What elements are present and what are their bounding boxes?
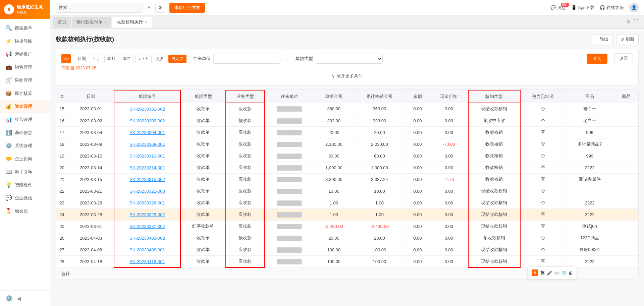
topbar-gear-button[interactable]: ⚙ [155, 3, 165, 13]
cell-goods2 [614, 185, 638, 197]
voucher-link[interactable]: SK-20230321-003 [129, 189, 165, 194]
table-row[interactable]: 26 2023-04-03 SK-20230403-002 收款单 预收款 ██… [56, 232, 638, 244]
table-row[interactable]: 15 2023-03-01 SK-20230301-002 收款单 应收款 ██… [56, 103, 638, 115]
filter-settings-button[interactable]: 设置 [614, 53, 633, 64]
sidebar-item-基础信息[interactable]: ℹ️基础信息 [0, 126, 50, 139]
topbar-solution-button[interactable]: 体验行业方案 [169, 3, 205, 13]
cell-verified: 否 [520, 209, 565, 221]
tab-maximize-button[interactable]: ⛶ [633, 19, 639, 25]
sidebar-item-资金管理[interactable]: 💰资金管理 [0, 100, 50, 113]
floating-shirt-icon[interactable]: 👕 [561, 270, 567, 276]
date-btn-custom[interactable]: 自定义 [168, 55, 186, 63]
table-scroll[interactable]: ⚙ 日期 单据编号 单据类型 业务类型 往来单位 单据金额 累计核销金额 余额 … [56, 90, 638, 268]
date-btn-more[interactable]: 更多 [153, 55, 167, 63]
query-button[interactable]: 查询 [587, 54, 607, 64]
tab-collection-verify[interactable]: 收款核销执行 × [112, 17, 152, 27]
cell-cum-amount: 2,030.00 [354, 138, 405, 150]
cell-partner: ████████ [264, 185, 314, 197]
table-row[interactable]: 18 2023-03-08 SK-20230308-001 收款单 应收款 ██… [56, 138, 638, 150]
cell-balance: 0.00 [405, 115, 430, 127]
table-row[interactable]: 25 2023-03-31 SK-20230331-002 红字收款单 应收款 … [56, 221, 638, 232]
sidebar-item-新手引导[interactable]: 📖新手引导 [0, 165, 50, 178]
cell-voucher-type: 收款单 [180, 138, 226, 150]
cell-goods: 测试多属件 [566, 174, 614, 185]
refresh-button[interactable]: ↺ 刷新 [616, 34, 639, 44]
voucher-link[interactable]: SK-20230302-002 [129, 118, 165, 123]
filter-partner-input[interactable] [213, 54, 280, 64]
cell-voucher-no: SK-20230304-001 [114, 127, 180, 138]
table-row[interactable]: 22 2023-03-21 SK-20230321-003 收款单 应收款 ██… [56, 185, 638, 197]
filter-voucher-type-select[interactable] [316, 54, 383, 64]
cell-verify-type: 现结收款核销 [468, 209, 520, 221]
voucher-link[interactable]: SK-20230308-001 [129, 142, 165, 147]
cell-no: 28 [56, 256, 68, 268]
floating-mic-icon[interactable]: 🎤 [547, 270, 552, 276]
table-row[interactable]: 19 2023-03-10 SK-20230310-001 收款单 应收款 ██… [56, 150, 638, 162]
sidebar-item-采购管理[interactable]: 🛒采购管理 [0, 74, 50, 87]
tab-prepayment[interactable]: 预付款应付单 × [72, 17, 111, 27]
filter-toggle-button[interactable]: >> [61, 54, 71, 63]
table-row[interactable]: 21 2023-03-15 SK-20230315-002 收款单 应收款 ██… [56, 174, 638, 185]
table-row[interactable]: 17 2023-03-04 SK-20230304-001 收款单 应收款 ██… [56, 127, 638, 138]
voucher-link[interactable]: SK-20230328-002 [129, 212, 165, 217]
voucher-link[interactable]: SK-20230418-001 [129, 259, 165, 264]
collapse-icon[interactable]: ◀ [17, 295, 21, 302]
floating-brand-widget[interactable]: S 英 🎤 ⌨️ 👕 ⊞ [527, 266, 577, 279]
date-btn-this-month[interactable]: 本月 [104, 55, 118, 63]
table-row[interactable]: 23 2023-03-28 SK-20230328-001 收款单 应收款 ██… [56, 197, 638, 209]
topbar-online-service-button[interactable]: 🎧 在线客服 [600, 5, 624, 11]
topbar-search-input[interactable] [56, 3, 143, 13]
cell-verified: 否 [520, 162, 565, 174]
sidebar-item-企业协同[interactable]: 🤝企业协同 [0, 152, 50, 165]
topbar-chevron-icon[interactable]: ▼ [147, 5, 151, 10]
voucher-link[interactable]: SK-20230408-001 [129, 247, 165, 252]
table-row[interactable]: 28 2023-04-18 SK-20230418-001 收款单 应收款 ██… [56, 256, 638, 268]
voucher-link[interactable]: SK-20230310-001 [129, 154, 165, 159]
sidebar-item-销售管理[interactable]: 💼销售管理 [0, 61, 50, 74]
table-row[interactable]: 16 2023-03-02 SK-20230302-002 收款单 预收款 ██… [56, 115, 638, 127]
date-btn-7days[interactable]: 近7天 [135, 55, 152, 63]
cell-partner: ████████ [264, 115, 314, 127]
table-row[interactable]: 27 2023-04-08 SK-20230408-001 收款单 应收款 ██… [56, 244, 638, 256]
col-settings[interactable]: ⚙ [56, 90, 68, 103]
table-row[interactable]: 24 2023-03-28 SK-20230328-002 收款单 应收款 ██… [56, 209, 638, 221]
floating-grid-icon[interactable]: ⊞ [569, 270, 573, 276]
sidebar-item-畅会员[interactable]: 🎖️畅会员 [0, 204, 50, 218]
export-button[interactable]: ↑ 导出 [592, 34, 613, 44]
topbar-app-download-button[interactable]: 📱 App下载 [571, 5, 594, 11]
expand-more-button[interactable]: ∨ 展开更多条件 [61, 71, 633, 81]
data-table: ⚙ 日期 单据编号 单据类型 业务类型 往来单位 单据金额 累计核销金额 余额 … [56, 90, 638, 268]
sidebar-item-系统管理[interactable]: ⚙️系统管理 [0, 139, 50, 152]
date-btn-last-month[interactable]: 上月 [89, 55, 103, 63]
settings-icon[interactable]: ⚙️ [5, 295, 13, 302]
cell-voucher-no: SK-20230328-002 [114, 209, 180, 221]
cell-biz-type: 应收款 [226, 162, 264, 174]
filter-partner-dots[interactable]: ··· [283, 56, 289, 61]
sidebar-item-智能硬件[interactable]: 💡智能硬件 [0, 178, 50, 191]
table-row[interactable]: 20 2023-03-14 SK-20230314-001 收款单 应收款 ██… [56, 162, 638, 174]
topbar-message-button[interactable]: 💬 消息 99+ [550, 5, 566, 11]
sidebar-item-库存核算[interactable]: 📦库存核算 [0, 87, 50, 100]
voucher-link[interactable]: SK-20230328-001 [129, 200, 165, 205]
cell-verify-type: 现结收款核销 [468, 103, 520, 115]
voucher-link[interactable]: SK-20230314-001 [129, 165, 165, 170]
floating-keyboard-icon[interactable]: ⌨️ [554, 270, 559, 276]
voucher-link[interactable]: SK-20230301-002 [129, 107, 165, 112]
cell-date: 2023-03-02 [68, 115, 114, 127]
sidebar-item-营销推广[interactable]: 📢营销推广 [0, 48, 50, 61]
tab-prepayment-close[interactable]: × [105, 20, 107, 24]
sidebar-item-搜索菜单[interactable]: 🔍搜索菜单 [0, 21, 50, 35]
tab-collection-verify-close[interactable]: × [145, 20, 147, 24]
tab-close-button[interactable]: ✕ [626, 19, 631, 25]
sidebar-item-快捷导航[interactable]: ⚡快捷导航 [0, 35, 50, 48]
voucher-link[interactable]: SK-20230403-002 [129, 236, 165, 241]
tab-home[interactable]: 首页 [53, 17, 71, 27]
voucher-link[interactable]: SK-20230331-002 [129, 224, 165, 229]
filter-row: >> 日期 上月 本月 本年 近7天 更多 自定义 往来单位 ··· [61, 53, 633, 64]
sidebar-item-企业微信[interactable]: 💬企业微信 [0, 191, 50, 204]
sidebar-item-经营管理[interactable]: 📊经营管理 [0, 113, 50, 126]
date-btn-this-year[interactable]: 本年 [120, 55, 134, 63]
voucher-link[interactable]: SK-20230315-002 [129, 177, 165, 182]
voucher-link[interactable]: SK-20230304-001 [129, 130, 165, 135]
topbar-user-avatar[interactable]: 👤 [629, 3, 639, 12]
